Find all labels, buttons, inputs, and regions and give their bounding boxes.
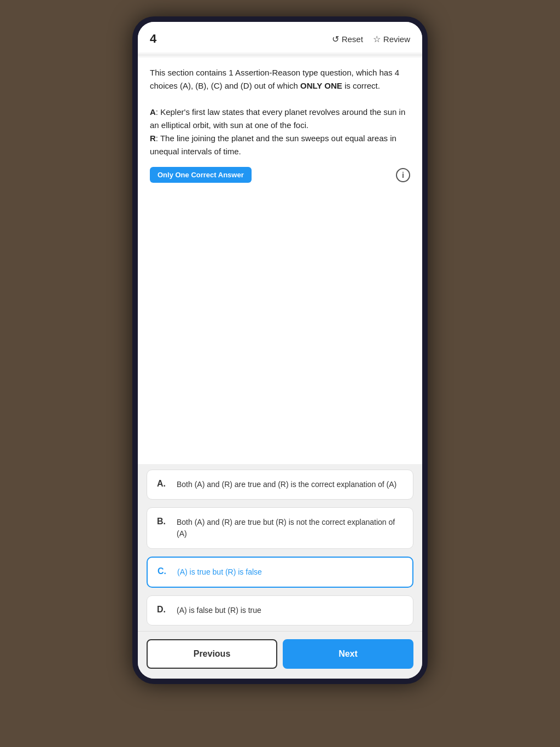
option-b-card[interactable]: B. Both (A) and (R) are true but (R) is … <box>147 507 413 549</box>
option-c-label: C. <box>158 566 170 576</box>
badge-row: Only One Correct Answer i <box>150 167 410 183</box>
reset-icon: ↺ <box>332 34 339 44</box>
info-icon[interactable]: i <box>396 168 410 182</box>
assertion-label: A <box>150 107 156 117</box>
question-intro: This section contains 1 Assertion-Reason… <box>150 66 410 158</box>
previous-button[interactable]: Previous <box>147 639 277 669</box>
header-divider <box>138 55 422 55</box>
content-area: This section contains 1 Assertion-Reason… <box>138 57 422 464</box>
phone-screen: 4 ↺ Reset ☆ Review This section contains… <box>138 22 422 679</box>
reason-label: R <box>150 134 156 143</box>
next-button[interactable]: Next <box>283 639 413 669</box>
option-d-label: D. <box>157 605 169 615</box>
phone-frame: 4 ↺ Reset ☆ Review This section contains… <box>132 16 428 684</box>
question-number: 4 <box>150 32 156 46</box>
assertion-text: : Kepler's first law states that every p… <box>150 107 405 130</box>
option-a-label: A. <box>157 479 169 489</box>
option-a-text: Both (A) and (R) are true and (R) is the… <box>177 479 396 490</box>
option-c-card[interactable]: C. (A) is true but (R) is false <box>147 557 413 588</box>
option-d-card[interactable]: D. (A) is false but (R) is true <box>147 595 413 626</box>
option-b-text: Both (A) and (R) are true but (R) is not… <box>177 517 403 540</box>
option-d-text: (A) is false but (R) is true <box>177 605 261 616</box>
reset-button[interactable]: ↺ Reset <box>332 34 363 44</box>
reason-text: : The line joining the planet and the su… <box>150 134 396 156</box>
review-label: Review <box>383 34 410 44</box>
header-actions: ↺ Reset ☆ Review <box>332 34 410 44</box>
answer-type-badge: Only One Correct Answer <box>150 167 252 183</box>
option-c-text: (A) is true but (R) is false <box>177 566 262 578</box>
reset-label: Reset <box>342 34 363 44</box>
bottom-nav: Previous Next <box>138 631 422 679</box>
bold-text: ONLY ONE <box>300 81 342 90</box>
option-b-label: B. <box>157 517 169 526</box>
option-a-card[interactable]: A. Both (A) and (R) are true and (R) is … <box>147 470 413 500</box>
review-icon: ☆ <box>373 34 381 44</box>
review-button[interactable]: ☆ Review <box>373 34 410 44</box>
header: 4 ↺ Reset ☆ Review <box>138 22 422 53</box>
options-area: A. Both (A) and (R) are true and (R) is … <box>138 464 422 631</box>
